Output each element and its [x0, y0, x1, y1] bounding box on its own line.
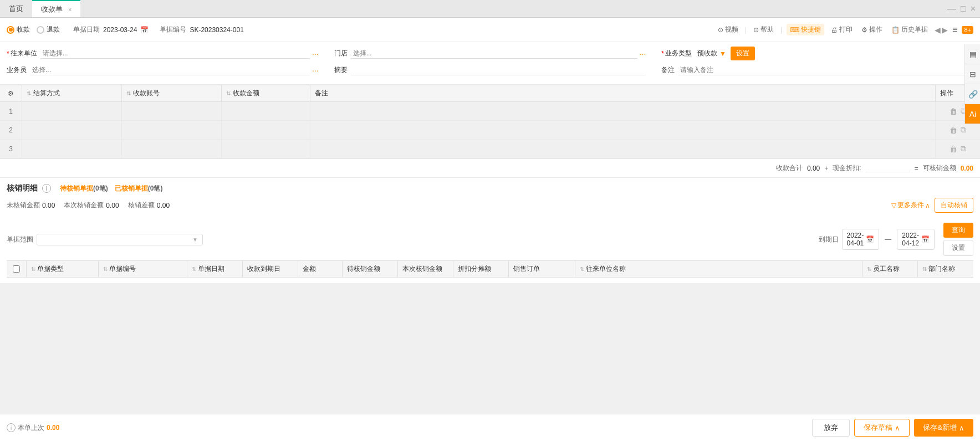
form-row-2: 业务员 ··· 摘要 备注 — [7, 65, 973, 75]
more-conditions-btn[interactable]: ▽ 更多条件 ∧ — [891, 201, 930, 210]
copy-icon-3[interactable]: ⧉ — [961, 144, 966, 153]
upper-value: 0.00 — [47, 424, 59, 432]
select-all-checkbox[interactable] — [13, 265, 20, 273]
save-draft-btn[interactable]: 保存草稿 ∧ — [854, 419, 910, 437]
business-type-dropdown[interactable]: ▼ — [719, 50, 726, 58]
td-jiesuan-2[interactable] — [22, 121, 122, 139]
discount-input[interactable] — [866, 164, 910, 172]
col-type-label: 单据类型 — [37, 264, 64, 274]
td-gear-3: 3 — [0, 140, 22, 158]
bth-check[interactable] — [7, 261, 27, 277]
section-title-row: 核销明细 i 待核销单据(0笔) 已核销单据(0笔) — [7, 183, 973, 193]
td-account-1[interactable] — [122, 102, 222, 120]
save-new-btn[interactable]: 保存&新增 ∧ — [914, 419, 973, 437]
nav-next[interactable]: ▶ — [942, 25, 948, 34]
col-gear[interactable]: ⚙ — [0, 85, 22, 101]
settings-btn[interactable]: 设置 — [731, 47, 755, 60]
summary-label: 摘要 — [334, 65, 348, 75]
col-sales-label: 销售订单 — [513, 264, 540, 274]
top-toolbar: 收款 退款 单据日期 2023-03-24 📅 单据编号 SK-20230324… — [0, 18, 980, 42]
range-select[interactable]: ▼ — [37, 234, 203, 245]
radio-shoukuan[interactable]: 收款 — [7, 25, 30, 34]
td-jiesuan-1[interactable] — [22, 102, 122, 120]
business-type-value: 预收款 — [697, 49, 717, 58]
calendar-icon[interactable]: 📅 — [140, 26, 149, 34]
bottom-actions: 放弃 保存草稿 ∧ 保存&新增 ∧ — [812, 419, 973, 437]
tab-active-label: 收款单 — [41, 4, 63, 14]
radio-tuikuan[interactable]: 退款 — [37, 25, 60, 34]
bottom-info-icon[interactable]: i — [7, 423, 16, 432]
partner-more-btn[interactable]: ··· — [312, 49, 319, 58]
salesperson-more-btn[interactable]: ··· — [312, 66, 319, 75]
bth-num: ⇅ 单据编号 — [99, 261, 187, 277]
notes-input[interactable] — [678, 65, 973, 75]
query-btn[interactable]: 查询 — [943, 223, 973, 238]
bth-date: ⇅ 单据日期 — [187, 261, 243, 277]
td-amount-2[interactable] — [222, 121, 310, 139]
copy-icon-2[interactable]: ⧉ — [961, 125, 966, 135]
unverified-value: 0.00 — [42, 202, 55, 209]
minimize-btn[interactable]: — — [947, 4, 956, 14]
auto-verify-btn[interactable]: 自动核销 — [935, 198, 973, 213]
td-account-3[interactable] — [122, 140, 222, 158]
maximize-btn[interactable]: □ — [961, 4, 966, 14]
number-field: 单据编号 SK-20230324-001 — [160, 25, 243, 34]
right-panel-ai-icon[interactable]: Ai — [965, 104, 980, 124]
tab-home[interactable]: 首页 — [0, 0, 32, 17]
table-container: ⚙ ⇅ 结算方式 ⇅ 收款账号 ⇅ 收款金额 备注 操作 1 🗑 ⧉ 2 — [0, 85, 980, 159]
col-amount: ⇅ 收款金额 — [222, 85, 310, 101]
save-draft-label: 保存草稿 — [864, 423, 892, 433]
date-from-picker[interactable]: 2022-04-01 📅 — [842, 229, 880, 250]
tab-close-icon[interactable]: × — [68, 6, 72, 13]
list-view-icon[interactable]: ≡ — [952, 25, 957, 35]
td-remarks-2[interactable] — [310, 121, 936, 139]
partner-input[interactable] — [40, 48, 310, 59]
summary-input[interactable] — [351, 65, 646, 75]
td-amount-1[interactable] — [222, 102, 310, 120]
td-amount-3[interactable] — [222, 140, 310, 158]
shortcut-btn[interactable]: ⌨快捷键 — [787, 24, 824, 35]
delete-icon-2[interactable]: 🗑 — [950, 126, 957, 135]
td-account-2[interactable] — [122, 121, 222, 139]
right-panel-table-icon[interactable]: ▤ — [965, 44, 980, 64]
draft-chevron: ∧ — [895, 424, 900, 432]
td-remarks-3[interactable] — [310, 140, 936, 158]
bottom-table-header: ⇅ 单据类型 ⇅ 单据编号 ⇅ 单据日期 收款到期日 金额 待核销金额 本次核销… — [7, 260, 973, 278]
unverified-label: 未核销金额 — [7, 201, 40, 210]
right-panel-link-icon[interactable]: 🔗 — [965, 84, 980, 104]
video-btn[interactable]: ⊙视频 — [716, 24, 741, 35]
date-field: 单据日期 2023-03-24 📅 — [73, 25, 149, 34]
tab-active[interactable]: 收款单 × — [32, 0, 80, 17]
store-input[interactable] — [351, 48, 637, 59]
tab-done[interactable]: 已核销单据(0笔) — [115, 184, 163, 193]
date-from-value: 2022-04-01 — [847, 232, 864, 247]
operate-btn[interactable]: ⚙操作 — [859, 24, 885, 35]
plus-sign: + — [824, 165, 828, 172]
nav-prev[interactable]: ◀ — [935, 25, 941, 34]
filter-actions: 查询 设置 — [943, 223, 973, 256]
calendar-from-icon: 📅 — [866, 235, 874, 243]
radio-shoukuan-circle — [7, 26, 14, 34]
row-num-2: 2 — [9, 126, 13, 134]
td-jiesuan-3[interactable] — [22, 140, 122, 158]
delete-icon-3[interactable]: 🗑 — [950, 145, 957, 153]
tab-pending[interactable]: 待核销单据(0笔) — [60, 184, 108, 193]
abandon-btn[interactable]: 放弃 — [812, 419, 850, 437]
salesperson-input[interactable] — [30, 65, 310, 75]
date-to-picker[interactable]: 2022-04-12 📅 — [897, 229, 935, 250]
verification-section: 核销明细 i 待核销单据(0笔) 已核销单据(0笔) 未核销金额 0.00 本次… — [0, 178, 980, 283]
salesperson-field: 业务员 ··· — [7, 65, 319, 75]
filter-settings-btn[interactable]: 设置 — [943, 240, 973, 256]
print-btn[interactable]: 🖨打印 — [829, 24, 855, 35]
discount-label: 现金折扣: — [833, 163, 861, 173]
delete-icon-1[interactable]: 🗑 — [950, 107, 957, 116]
col-thistime-label: 本次核销金额 — [402, 264, 442, 274]
td-remarks-1[interactable] — [310, 102, 936, 120]
close-btn[interactable]: × — [971, 4, 976, 14]
store-more-btn[interactable]: ··· — [640, 49, 646, 58]
right-panel-list-icon[interactable]: ⊟ — [965, 64, 980, 84]
history-btn[interactable]: 📋历史单据 — [889, 24, 930, 35]
info-icon[interactable]: i — [42, 184, 51, 193]
help-btn[interactable]: ⊙帮助 — [751, 24, 776, 35]
store-label: 门店 — [334, 49, 348, 58]
